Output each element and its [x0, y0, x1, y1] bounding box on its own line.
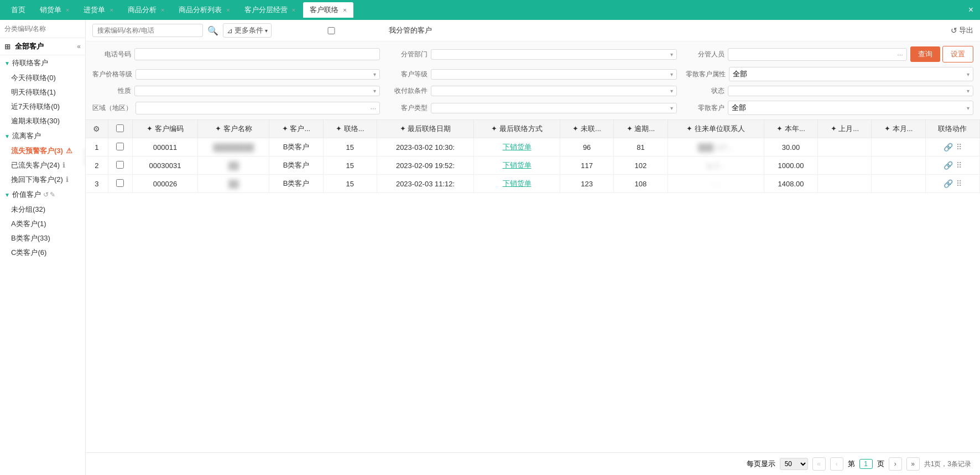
- th-name[interactable]: ✦ 客户名称: [198, 120, 269, 138]
- cell-last-date: 2023-02-09 19:52:: [377, 156, 473, 175]
- more-conditions-btn[interactable]: ⊿ 更多条件 ▾: [223, 23, 272, 38]
- group-value-refresh-icon[interactable]: ↺: [43, 191, 49, 199]
- cell-index: 1: [86, 138, 108, 156]
- query-btn[interactable]: 查询: [910, 46, 940, 62]
- tab-home[interactable]: 首页: [4, 2, 32, 18]
- group-value[interactable]: ▼ 价值客户 ↺ ✎: [0, 187, 85, 202]
- last-way-link[interactable]: 下销货单: [503, 179, 531, 187]
- table-header-row: ⚙ ✦ 客户编码 ✦ 客户名称 ✦ 客户... ✦ 联络... ✦ 最后联络日期…: [86, 120, 980, 138]
- link-icon[interactable]: 🔗: [943, 179, 953, 188]
- tab-customer-link[interactable]: 客户联络 ×: [303, 2, 353, 18]
- my-customers-label[interactable]: 我分管的客户: [276, 25, 432, 35]
- sidebar-item-class-a[interactable]: A类客户(1): [0, 217, 85, 231]
- filter-row-retail-attr: 零散客户属性 全部 ▾: [686, 67, 973, 81]
- th-contacts-person[interactable]: ✦ 往来单位联系人: [668, 120, 764, 138]
- tab-sales-close[interactable]: ×: [66, 7, 69, 13]
- select-all-checkbox[interactable]: [116, 124, 124, 132]
- th-last-date[interactable]: ✦ 最后联络日期: [377, 120, 473, 138]
- tab-analysis-list[interactable]: 商品分析列表 ×: [172, 2, 236, 18]
- link-icon[interactable]: 🔗: [943, 143, 953, 152]
- sidebar-item-retain[interactable]: 挽回下海客户(2) ℹ: [0, 173, 85, 187]
- cell-last-way[interactable]: 下销货单: [474, 138, 560, 156]
- th-this-month[interactable]: ✦ 本月...: [872, 120, 925, 138]
- th-this-year[interactable]: ✦ 本年...: [764, 120, 817, 138]
- th-overdue[interactable]: ✦ 逾期...: [614, 120, 668, 138]
- filter-row-manager: 分管人员 ··· 查询 设置: [686, 46, 973, 62]
- th-last-month[interactable]: ✦ 上月...: [818, 120, 872, 138]
- select-price-level[interactable]: ▾: [135, 69, 380, 80]
- select-nature[interactable]: ▾: [134, 86, 380, 96]
- tab-analysis-close[interactable]: ×: [161, 7, 164, 13]
- group-value-edit-icon[interactable]: ✎: [50, 191, 55, 199]
- tab-analysis[interactable]: 商品分析 ×: [121, 2, 171, 18]
- sidebar-item-already-churn[interactable]: 已流失客户(24) ℹ: [0, 158, 85, 173]
- row-checkbox[interactable]: [116, 161, 124, 169]
- th-grade[interactable]: ✦ 客户...: [269, 120, 323, 138]
- select-payment[interactable]: ▾: [431, 86, 676, 96]
- sidebar-item-class-b[interactable]: B类客户(33): [0, 231, 85, 246]
- current-page[interactable]: 1: [859, 459, 873, 469]
- select-type[interactable]: ▾: [431, 103, 676, 113]
- next-page-btn[interactable]: ›: [889, 457, 902, 471]
- my-customers-checkbox[interactable]: [276, 27, 387, 34]
- more-icon[interactable]: ⠿: [956, 143, 962, 152]
- select-retail[interactable]: 全部 ▾: [728, 101, 973, 115]
- group-pending-contact[interactable]: ▼ 待联络客户: [0, 55, 85, 71]
- cell-name: ██: [198, 175, 269, 193]
- more-icon[interactable]: ⠿: [956, 161, 962, 170]
- first-page-btn[interactable]: «: [812, 457, 826, 471]
- search-input[interactable]: [92, 24, 203, 37]
- sidebar-search-input[interactable]: [4, 25, 86, 33]
- th-last-date-label: ✦ 最后联络日期: [400, 124, 451, 133]
- select-grade[interactable]: ▾: [431, 69, 676, 80]
- sidebar-item-today[interactable]: 今天待联络(0): [0, 71, 85, 85]
- filter-row-grade: 客户等级 ▾: [389, 67, 676, 81]
- sidebar-item-week[interactable]: 近7天待联络(0): [0, 100, 85, 114]
- settings-btn[interactable]: 设置: [942, 46, 973, 62]
- th-last-way[interactable]: ✦ 最后联络方式: [474, 120, 560, 138]
- window-close-btn[interactable]: ×: [966, 3, 976, 17]
- select-status[interactable]: ▾: [728, 86, 973, 96]
- tab-sales[interactable]: 销货单 ×: [33, 2, 76, 18]
- th-code[interactable]: ✦ 客户编码: [132, 120, 198, 138]
- last-page-btn[interactable]: »: [906, 457, 920, 471]
- sidebar-item-tomorrow[interactable]: 明天待联络(1): [0, 85, 85, 100]
- last-way-link[interactable]: 下销货单: [503, 161, 531, 169]
- select-manager[interactable]: ···: [728, 48, 907, 61]
- th-overdue-label: ✦ 逾期...: [627, 124, 655, 133]
- th-no-contact[interactable]: ✦ 未联...: [560, 120, 613, 138]
- select-dept[interactable]: ▾: [431, 49, 676, 60]
- sidebar-item-churn-warn[interactable]: 流失预警客户(3) ⚠: [0, 144, 85, 158]
- group-arrow-down: ▼: [4, 60, 10, 66]
- tab-purchase-close[interactable]: ×: [110, 7, 113, 13]
- prev-page-btn[interactable]: ‹: [830, 457, 843, 471]
- th-contact[interactable]: ✦ 联络...: [323, 120, 377, 138]
- sidebar-collapse-icon[interactable]: «: [77, 43, 81, 50]
- export-btn[interactable]: ↺ 导出: [951, 25, 973, 35]
- group-churn[interactable]: ▼ 流离客户: [0, 128, 85, 144]
- select-retail-attr[interactable]: 全部 ▾: [729, 67, 973, 81]
- tab-customer-link-close[interactable]: ×: [343, 7, 346, 13]
- row-checkbox[interactable]: [116, 143, 124, 150]
- last-way-link[interactable]: 下销货单: [503, 143, 531, 151]
- search-icon[interactable]: 🔍: [207, 25, 218, 36]
- tab-customer-segment[interactable]: 客户分层经营 ×: [238, 2, 302, 18]
- sidebar-all-customers[interactable]: ⊞ 全部客户 «: [0, 38, 85, 55]
- sidebar-item-class-c[interactable]: C类客户(6): [0, 246, 85, 260]
- cell-last-way[interactable]: 下销货单: [474, 175, 560, 193]
- tab-purchase[interactable]: 进货单 ×: [77, 2, 119, 18]
- col-settings-icon[interactable]: ⚙: [93, 124, 100, 133]
- tab-analysis-list-close[interactable]: ×: [226, 7, 230, 13]
- page-size-select[interactable]: 50 100: [780, 458, 808, 470]
- row-checkbox[interactable]: [116, 179, 124, 187]
- more-icon[interactable]: ⠿: [956, 179, 962, 188]
- cell-last-way[interactable]: 下销货单: [474, 156, 560, 175]
- input-phone[interactable]: [134, 48, 380, 60]
- sidebar-item-overdue[interactable]: 逾期未联络(30): [0, 114, 85, 128]
- sidebar-item-unsorted[interactable]: 未分组(32): [0, 202, 85, 217]
- link-icon[interactable]: 🔗: [943, 161, 953, 170]
- select-region[interactable]: ···: [135, 102, 380, 114]
- filter-row-type: 客户类型 ▾: [389, 101, 676, 115]
- cell-action: 🔗 ⠿: [925, 156, 979, 175]
- tab-customer-segment-close[interactable]: ×: [292, 7, 295, 13]
